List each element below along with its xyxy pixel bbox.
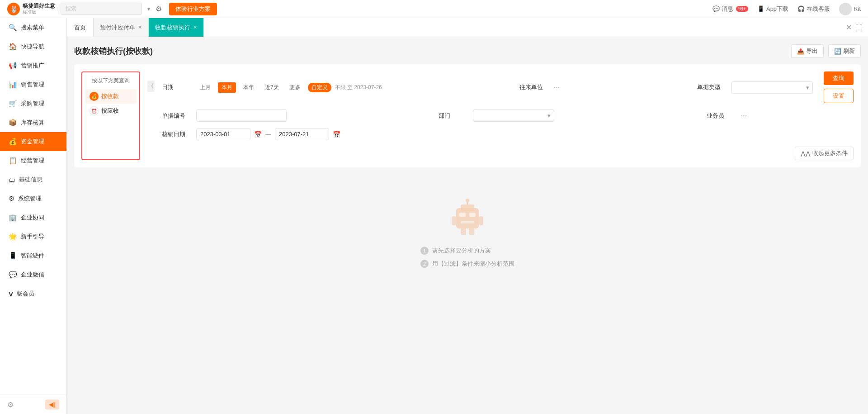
- date-btn-this-year[interactable]: 本年: [240, 82, 258, 93]
- calendar-end-icon[interactable]: 📅: [333, 131, 340, 138]
- date-btn-last-month[interactable]: 上月: [196, 82, 214, 93]
- calendar-start-icon[interactable]: 📅: [254, 131, 262, 138]
- chevron-down-icon[interactable]: ▾: [147, 6, 150, 12]
- doc-type-select[interactable]: [731, 81, 813, 94]
- dept-select[interactable]: [473, 109, 554, 122]
- app-icon: 📱: [757, 5, 764, 12]
- brand-text: 畅捷通好生意 标准版: [23, 3, 55, 14]
- sidebar-item-wecom[interactable]: 💬 企业微信: [0, 265, 66, 284]
- sidebar-bottom: ⚙ ◀‖: [0, 395, 66, 414]
- filter-option-by-receivable[interactable]: ⏰ 按应收: [85, 104, 137, 118]
- tab-close-active-icon[interactable]: ✕: [193, 24, 197, 30]
- sidebar-item-guide[interactable]: 🌟 新手引导: [0, 227, 66, 246]
- staff-label: 业务员: [707, 112, 734, 120]
- tab-verify[interactable]: 收款核销执行 ✕: [149, 18, 204, 37]
- enterprise-icon: 🏢: [9, 214, 17, 222]
- gear-icon[interactable]: ⚙: [156, 5, 162, 13]
- date-custom-tag[interactable]: 自定义: [308, 83, 331, 92]
- filter-collapse-button[interactable]: 《: [147, 81, 155, 92]
- filter-row-1: 日期 上月 本月 本年 近7天 更多 自定义 不限 至 2023-07-26 往…: [162, 71, 854, 103]
- filter-row-3: 核销日期 📅 — 📅: [162, 128, 854, 140]
- sidebar-gear-icon[interactable]: ⚙: [7, 400, 14, 409]
- sidebar-item-sales[interactable]: 📊 销售管理: [0, 75, 66, 94]
- sidebar-item-search[interactable]: 🔍 搜索菜单: [0, 18, 66, 37]
- user-avatar[interactable]: Rit: [839, 3, 861, 15]
- tab-prepay[interactable]: 预付冲应付单 ✕: [94, 18, 149, 37]
- export-icon: 📤: [797, 48, 804, 55]
- online-service-btn[interactable]: 🎧 在线客服: [797, 5, 830, 13]
- query-btn-group: 查询 设置: [824, 71, 854, 103]
- finance-icon: 💰: [9, 138, 17, 146]
- empty-state: 1 请先选择要分析的方案 2 用【过滤】条件来缩小分析范围: [74, 167, 861, 296]
- sidebar-item-purchase[interactable]: 🛒 采购管理: [0, 94, 66, 113]
- content-area: 首页 预付冲应付单 ✕ 收款核销执行 ✕ ✕ ⛶ 收款核销执行(按收款): [67, 18, 868, 414]
- message-icon: 💬: [712, 5, 720, 12]
- tab-close-window-button[interactable]: ✕: [846, 23, 852, 32]
- svg-rect-5: [469, 213, 476, 217]
- receipt-icon: 💰: [90, 92, 99, 101]
- tab-home[interactable]: 首页: [67, 18, 94, 37]
- app-download-btn[interactable]: 📱 App下载: [757, 5, 788, 13]
- collapse-up-icon: ⋀⋀: [801, 150, 811, 157]
- page-header: 收款核销执行(按收款) 📤 导出 🔄 刷新: [74, 44, 861, 58]
- sidebar-item-quicknav[interactable]: 🏠 快捷导航: [0, 37, 66, 56]
- sidebar-item-member[interactable]: V 畅会员: [0, 284, 66, 303]
- sidebar-item-operation[interactable]: 📋 经营管理: [0, 151, 66, 170]
- search-box[interactable]: 搜索: [61, 3, 142, 15]
- verify-date-end-input[interactable]: [275, 128, 329, 140]
- tab-close-icon[interactable]: ✕: [138, 24, 142, 30]
- sidebar-item-base[interactable]: 🗂 基础信息: [0, 170, 66, 189]
- partner-label: 往来单位: [519, 83, 547, 91]
- tab-expand-button[interactable]: ⛶: [855, 24, 863, 32]
- sidebar-item-inventory[interactable]: 📦 库存核算: [0, 113, 66, 132]
- settings-button[interactable]: 设置: [824, 89, 854, 103]
- sidebar-collapse-button[interactable]: ◀‖: [45, 400, 59, 409]
- svg-rect-0: [456, 208, 479, 228]
- guide-icon: 🌟: [9, 233, 17, 241]
- logo-icon: 🐰: [7, 3, 20, 15]
- svg-rect-8: [479, 216, 483, 225]
- svg-rect-6: [461, 221, 474, 224]
- sidebar-item-system[interactable]: ⚙ 系统管理: [0, 189, 66, 208]
- base-icon: 🗂: [9, 176, 15, 184]
- message-btn[interactable]: 💬 消息 99+: [712, 5, 748, 13]
- home-icon: 🏠: [9, 43, 17, 51]
- hint-num-2: 2: [420, 260, 429, 268]
- doc-no-input[interactable]: [196, 109, 287, 122]
- hint-text-2: 用【过滤】条件来缩小分析范围: [432, 258, 514, 269]
- sidebar-item-enterprise[interactable]: 🏢 企业协同: [0, 208, 66, 227]
- sidebar-item-finance[interactable]: 💰 资金管理: [0, 132, 66, 151]
- empty-hints: 1 请先选择要分析的方案 2 用【过滤】条件来缩小分析范围: [420, 245, 514, 269]
- staff-dots: ···: [741, 112, 747, 120]
- verify-date-start-input[interactable]: [196, 128, 250, 140]
- query-button[interactable]: 查询: [824, 71, 854, 85]
- partner-dots: ···: [554, 83, 560, 91]
- sidebar-item-marketing[interactable]: 📢 营销推广: [0, 56, 66, 75]
- member-icon: V: [9, 290, 13, 298]
- date-btn-more[interactable]: 更多: [286, 82, 304, 93]
- brand-sub: 标准版: [23, 10, 55, 15]
- doc-type-label: 单据类型: [697, 83, 724, 91]
- solution-button[interactable]: 体验行业方案: [169, 3, 217, 15]
- svg-rect-10: [469, 228, 474, 235]
- sidebar-item-hardware[interactable]: 📱 智能硬件: [0, 246, 66, 265]
- top-bar: 🐰 畅捷通好生意 标准版 搜索 ▾ ⚙ 体验行业方案 💬 消息 99+ 📱 Ap…: [0, 0, 868, 18]
- message-badge: 99+: [736, 6, 748, 12]
- username: Rit: [854, 5, 861, 12]
- collapse-more-button[interactable]: ⋀⋀ 收起更多条件: [795, 147, 854, 160]
- refresh-button[interactable]: 🔄 刷新: [828, 44, 861, 58]
- date-label: 日期: [162, 83, 189, 91]
- date-btn-this-month[interactable]: 本月: [218, 82, 236, 93]
- export-button[interactable]: 📤 导出: [791, 44, 824, 58]
- verify-date-label: 核销日期: [162, 130, 189, 138]
- filter-sidebar: 按以下方案查询 💰 按收款 ⏰ 按应收: [81, 71, 140, 160]
- date-btn-7days[interactable]: 近7天: [261, 82, 283, 93]
- filter-actions-row: ⋀⋀ 收起更多条件: [162, 147, 854, 160]
- brand-main: 畅捷通好生意: [23, 3, 55, 9]
- main-layout: 🔍 搜索菜单 🏠 快捷导航 📢 营销推广 📊 销售管理 🛒 采购管理 📦 库存核…: [0, 18, 868, 414]
- filter-option-by-receipt[interactable]: 💰 按收款: [85, 89, 137, 104]
- logo: 🐰 畅捷通好生意 标准版: [7, 3, 55, 15]
- empty-hint-2: 2 用【过滤】条件来缩小分析范围: [420, 258, 514, 269]
- date-hint: 不限 至 2023-07-26: [335, 84, 382, 91]
- page-actions: 📤 导出 🔄 刷新: [791, 44, 861, 58]
